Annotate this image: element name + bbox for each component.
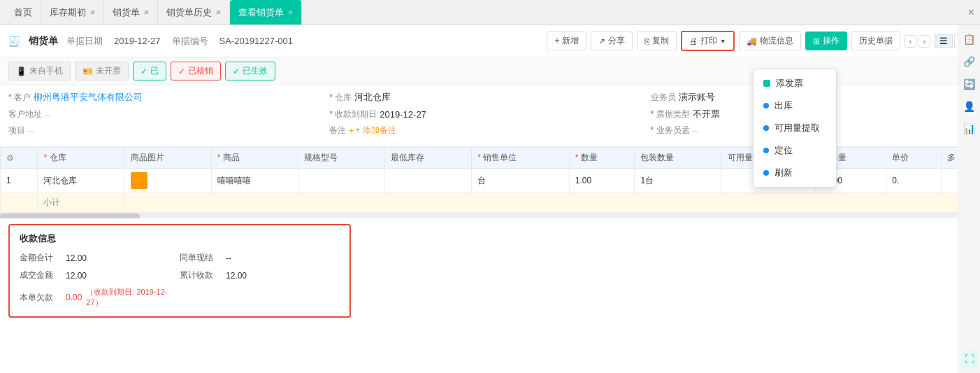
row-min-stock [385, 169, 472, 193]
logistics-button[interactable]: 🚚 物流信息 [739, 31, 801, 50]
payment-row-same-settle: 同单现结 -- [180, 251, 340, 265]
owed-note: （收款到期日: 2019-12-27） [86, 287, 180, 308]
main-content: 🧾 销货单 单据日期 2019-12-27 单据编号 SA-20191227-0… [0, 25, 980, 373]
sidebar-icon-4[interactable]: 👤 [960, 98, 978, 115]
due-date-label: 收款到期日 [329, 108, 377, 120]
cancelled-button[interactable]: ✓ 已核销 [171, 62, 221, 80]
salesperson-label: 业务员孟 [651, 125, 690, 136]
tab-sales-order[interactable]: 销货单 × [104, 0, 158, 24]
subtotal-row: 小计 [1, 193, 980, 213]
available-label: 可用量提取 [774, 122, 820, 134]
operations-button[interactable]: ⊞ 操作 [805, 31, 847, 50]
total-value: 12.00 [66, 253, 87, 263]
not-open-label: 未开票 [96, 65, 121, 77]
copy-button[interactable]: ⎘ 复制 [637, 31, 677, 50]
row-package-qty: 1台 [635, 169, 721, 193]
available-extract-item[interactable]: 可用量提取 [754, 117, 836, 139]
history-label: 历史单据 [859, 35, 893, 47]
copy-icon: ⎘ [644, 36, 649, 46]
available-icon [763, 125, 769, 131]
doc-meta: 单据日期 2019-12-27 单据编号 SA-20191227-001 [66, 35, 293, 48]
add-note-button[interactable]: + + 添加备注 [349, 125, 396, 136]
outbound-item[interactable]: 出库 [754, 94, 836, 117]
cancelled-icon: ✓ [178, 66, 185, 76]
customer-value[interactable]: 柳州粤港平安气体有限公司 [34, 91, 143, 104]
tab-view-sales[interactable]: 查看销货单 × [230, 0, 302, 24]
window-close-button[interactable]: × [968, 6, 974, 19]
tab-sales-close[interactable]: × [144, 8, 149, 17]
tab-inventory-init[interactable]: 库存期初 × [41, 0, 104, 24]
row-sales-unit: 台 [472, 169, 569, 193]
tab-home[interactable]: 首页 [6, 0, 41, 24]
address-label: 客户地址 [8, 108, 42, 120]
print-icon: 🖨 [689, 36, 698, 46]
staff-label: 业务员 [651, 92, 676, 104]
new-button-label: + 新增 [554, 35, 578, 47]
tab-history-close[interactable]: × [216, 8, 221, 17]
sidebar-icon-1[interactable]: 📋 [960, 31, 978, 48]
effective-icon: ✓ [233, 66, 240, 76]
sidebar-icon-5[interactable]: 📊 [960, 120, 978, 137]
effective-button[interactable]: ✓ 已生效 [225, 62, 275, 80]
tab-view-sales-close[interactable]: × [288, 8, 293, 17]
tab-home-label: 首页 [14, 6, 32, 19]
locate-icon [763, 148, 769, 153]
header-actions: + 新增 ↗ 分享 ⎘ 复制 🖨 打印 ▼ 🚚 物流信息 ⊞ 操作 [547, 31, 972, 51]
next-button[interactable]: › [918, 35, 930, 48]
same-settle-value: -- [226, 253, 231, 263]
subtotal-label-text: 小计 [38, 193, 124, 213]
due-date-value: 2019-12-27 [380, 109, 426, 120]
settings-icon[interactable]: ⚙ [6, 153, 14, 163]
sidebar-icon-3[interactable]: 🔄 [960, 76, 978, 92]
tab-sales-history[interactable]: 销货单历史 × [158, 0, 230, 24]
add-invoice-item[interactable]: 添发票 [754, 72, 836, 94]
row-warehouse: 河北仓库 [38, 169, 124, 193]
sidebar-icon-expand[interactable]: ⛶ [962, 351, 977, 367]
refresh-item[interactable]: 刷新 [754, 162, 836, 184]
tab-inventory-label: 库存期初 [50, 6, 86, 19]
same-settle-label: 同单现结 [180, 252, 222, 264]
new-button[interactable]: + 新增 [547, 31, 586, 50]
salesperson-value: -- [693, 125, 699, 136]
horizontal-scrollbar[interactable] [0, 213, 980, 218]
col-spec: 规格型号 [298, 148, 385, 169]
payment-grid: 金额合计 12.00 同单现结 -- 成交金额 12.00 累计收款 12.00… [20, 251, 340, 309]
row-index: 1 [1, 169, 38, 193]
project-field: 项目 -- [8, 125, 329, 136]
staff-value: 演示账号 [679, 91, 715, 104]
tab-sales-label: 销货单 [113, 6, 140, 19]
payment-row-total: 金额合计 12.00 [20, 251, 180, 265]
print-button[interactable]: 🖨 打印 ▼ [681, 31, 735, 51]
scrollbar-thumb[interactable] [0, 213, 140, 218]
operations-icon: ⊞ [813, 36, 820, 46]
history-button[interactable]: 历史单据 [851, 31, 900, 50]
refresh-label: 刷新 [774, 167, 793, 179]
tab-bar: 首页 库存期初 × 销货单 × 销货单历史 × 查看销货单 × × [0, 0, 980, 25]
col-settings[interactable]: ⚙ [1, 148, 38, 169]
list-view-button[interactable]: ☰ [935, 34, 953, 48]
address-value: -- [45, 109, 51, 120]
not-open-button[interactable]: 🎫 未开票 [75, 62, 129, 80]
address-field: 客户地址 -- [8, 108, 329, 120]
note-label: 备注 [329, 125, 346, 136]
add-note-label: + 添加备注 [355, 125, 396, 136]
cumulative-label: 累计收款 [180, 269, 222, 281]
prev-button[interactable]: ‹ [905, 35, 917, 48]
share-label: 分享 [608, 35, 625, 47]
locate-item[interactable]: 定位 [754, 139, 836, 162]
add-invoice-icon [763, 80, 770, 87]
tab-inventory-close[interactable]: × [90, 8, 95, 17]
ticket-value: 不开票 [693, 108, 720, 120]
from-mobile-button[interactable]: 📱 来自手机 [8, 62, 71, 80]
cumulative-value: 12.00 [226, 271, 247, 281]
ticket-label: 票据类型 [651, 108, 690, 120]
check-button[interactable]: ✓ 已 [133, 62, 166, 80]
warehouse-label: 仓库 [329, 92, 352, 104]
print-label: 打印 [700, 35, 717, 47]
deal-value: 12.00 [66, 271, 87, 281]
doc-icon: 🧾 [8, 36, 20, 47]
product-thumbnail: 🟧 [131, 172, 147, 189]
sidebar-icon-2[interactable]: 🔗 [960, 53, 978, 70]
from-mobile-label: 来自手机 [29, 65, 63, 77]
share-button[interactable]: ↗ 分享 [591, 31, 633, 50]
